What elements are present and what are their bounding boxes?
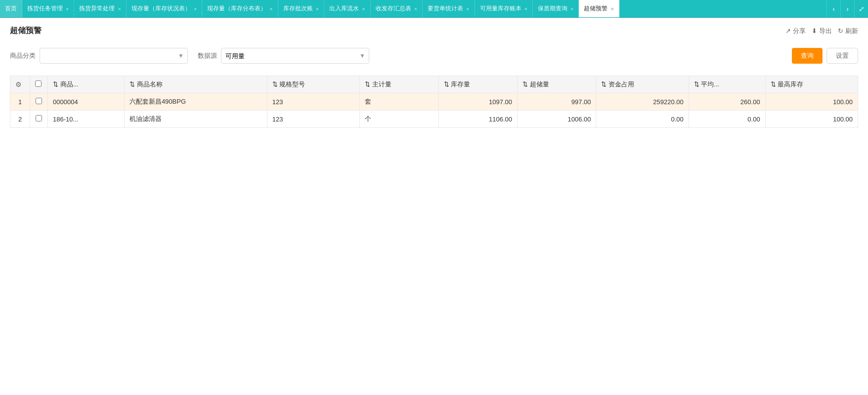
- close-icon[interactable]: ×: [610, 6, 613, 12]
- category-select[interactable]: [40, 48, 188, 64]
- row-checkbox-cell: [30, 111, 48, 128]
- close-icon[interactable]: ×: [466, 6, 469, 12]
- nav-tab-inventory-status[interactable]: 现存量（库存状况表） ×: [127, 0, 202, 18]
- table-header-row: ⚙ ⇅ 商品... ⇅ 商品名称 ⇅ 规格型号 ⇅: [10, 76, 858, 93]
- filter-bar: 商品分类 ▼ 数据源 可用量 ▼ 查询 设置: [10, 44, 858, 68]
- cell-unit: 套: [360, 93, 438, 111]
- cell-capital: 259220.00: [596, 93, 689, 111]
- th-over-stock[interactable]: ⇅ 超储量: [517, 76, 596, 93]
- th-product-code[interactable]: ⇅ 商品...: [48, 76, 125, 93]
- th-capital[interactable]: ⇅ 资金占用: [596, 76, 689, 93]
- top-nav: 首页 拣货任务管理 × 拣货异常处理 × 现存量（库存状况表） × 现存量（库存…: [0, 0, 868, 18]
- nav-tab-order-stats[interactable]: 要货单统计表 ×: [423, 0, 475, 18]
- row-index: 1: [10, 93, 30, 111]
- datasource-select-wrapper: 可用量 ▼: [221, 48, 369, 64]
- nav-arrows: ‹ › ⤢: [826, 0, 868, 18]
- refresh-icon: ↻: [838, 27, 843, 35]
- row-checkbox[interactable]: [36, 115, 42, 121]
- row-checkbox-cell: [30, 93, 48, 111]
- page-header: 超储预警 ↗ 分享 ⬇ 导出 ↻ 刷新: [10, 26, 858, 36]
- th-gear: ⚙: [10, 76, 30, 93]
- export-button[interactable]: ⬇ 导出: [812, 27, 832, 36]
- close-icon[interactable]: ×: [570, 6, 573, 12]
- nav-tab-overstock[interactable]: 超储预警 ×: [579, 0, 619, 18]
- close-icon[interactable]: ×: [524, 6, 527, 12]
- th-product-name[interactable]: ⇅ 商品名称: [124, 76, 267, 93]
- datasource-select[interactable]: 可用量: [221, 48, 369, 64]
- row-checkbox[interactable]: [36, 98, 42, 104]
- close-icon[interactable]: ×: [66, 6, 69, 12]
- cell-spec: 123: [267, 111, 359, 128]
- close-icon[interactable]: ×: [414, 6, 417, 12]
- query-button[interactable]: 查询: [792, 48, 823, 64]
- export-icon: ⬇: [812, 27, 817, 35]
- table-body: 1 0000004 六配套新昌490BPG 123 套 1097.00 997.…: [10, 93, 858, 128]
- nav-tab-expiry[interactable]: 保质期查询 ×: [533, 0, 579, 18]
- cell-unit: 个: [360, 111, 438, 128]
- th-stock[interactable]: ⇅ 库存量: [438, 76, 517, 93]
- cell-stock: 1106.00: [438, 111, 517, 128]
- category-label: 商品分类: [10, 51, 36, 60]
- close-icon[interactable]: ×: [269, 6, 272, 12]
- cell-product-code: 0000004: [48, 93, 125, 111]
- cell-max-stock: 100.00: [765, 93, 858, 111]
- refresh-button[interactable]: ↻ 刷新: [838, 27, 858, 36]
- cell-max-stock: 100.00: [765, 111, 858, 128]
- select-all-checkbox[interactable]: [35, 80, 42, 87]
- th-unit[interactable]: ⇅ 主计量: [360, 76, 438, 93]
- page-title: 超储预警: [10, 26, 42, 36]
- cell-over-stock: 997.00: [517, 93, 596, 111]
- close-icon[interactable]: ×: [316, 6, 319, 12]
- settings-button[interactable]: 设置: [826, 48, 858, 64]
- table-row: 1 0000004 六配套新昌490BPG 123 套 1097.00 997.…: [10, 93, 858, 111]
- nav-next-button[interactable]: ›: [840, 0, 854, 18]
- nav-tab-batch[interactable]: 库存批次账 ×: [278, 0, 324, 18]
- category-filter: 商品分类 ▼: [10, 48, 188, 64]
- th-avg[interactable]: ⇅ 平均...: [689, 76, 765, 93]
- share-icon: ↗: [785, 27, 791, 35]
- close-icon[interactable]: ×: [362, 6, 365, 12]
- nav-tab-available[interactable]: 可用量库存账本 ×: [475, 0, 533, 18]
- th-checkbox: [30, 76, 48, 93]
- gear-icon[interactable]: ⚙: [15, 80, 22, 88]
- datasource-label: 数据源: [198, 51, 217, 60]
- row-index: 2: [10, 111, 30, 128]
- cell-product-name: 机油滤清器: [124, 111, 267, 128]
- cell-product-code: 186-10...: [48, 111, 125, 128]
- th-max-stock[interactable]: ⇅ 最高库存: [765, 76, 858, 93]
- nav-tab-summary[interactable]: 收发存汇总表 ×: [371, 0, 423, 18]
- header-actions: ↗ 分享 ⬇ 导出 ↻ 刷新: [785, 27, 858, 36]
- page-content: 超储预警 ↗ 分享 ⬇ 导出 ↻ 刷新 商品分类 ▼: [0, 18, 868, 395]
- cell-avg: 260.00: [689, 93, 765, 111]
- nav-tab-home[interactable]: 首页: [0, 0, 22, 18]
- nav-tab-inventory-dist[interactable]: 现存量（库存分布表） ×: [202, 0, 278, 18]
- close-icon[interactable]: ×: [194, 6, 197, 12]
- nav-prev-button[interactable]: ‹: [826, 0, 840, 18]
- nav-tab-flow[interactable]: 出入库流水 ×: [324, 0, 370, 18]
- nav-tab-pick-task[interactable]: 拣货任务管理 ×: [22, 0, 74, 18]
- cell-stock: 1097.00: [438, 93, 517, 111]
- cell-product-name: 六配套新昌490BPG: [124, 93, 267, 111]
- data-table: ⚙ ⇅ 商品... ⇅ 商品名称 ⇅ 规格型号 ⇅: [10, 76, 858, 128]
- datasource-filter: 数据源 可用量 ▼: [198, 48, 369, 64]
- category-select-wrapper: ▼: [40, 48, 188, 64]
- share-button[interactable]: ↗ 分享: [785, 27, 806, 36]
- cell-avg: 0.00: [689, 111, 765, 128]
- cell-over-stock: 1006.00: [517, 111, 596, 128]
- th-spec[interactable]: ⇅ 规格型号: [267, 76, 359, 93]
- close-icon[interactable]: ×: [118, 6, 121, 12]
- nav-expand-button[interactable]: ⤢: [854, 0, 868, 18]
- table-row: 2 186-10... 机油滤清器 123 个 1106.00 1006.00 …: [10, 111, 858, 128]
- nav-tab-pick-exception[interactable]: 拣货异常处理 ×: [74, 0, 126, 18]
- cell-spec: 123: [267, 93, 359, 111]
- cell-capital: 0.00: [596, 111, 689, 128]
